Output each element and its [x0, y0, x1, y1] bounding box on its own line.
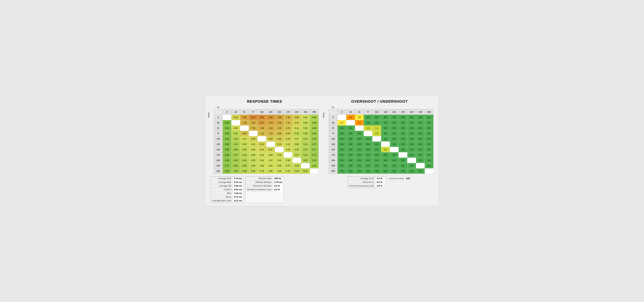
main-container: RESPONSE TIMES To From 02651771021281531…	[205, 96, 439, 206]
rt-axis-from: From	[208, 112, 210, 118]
response-times-section: RESPONSE TIMES To From 02651771021281531…	[210, 99, 319, 203]
refresh-window-value: 2.78 ms	[273, 180, 284, 184]
os-stats-box: Average Error0.2 % Worst Error8.3 % Erro…	[348, 176, 386, 188]
response-times-table-wrapper: To From 026517710212815317920423025506.3…	[210, 106, 319, 174]
worst-error-value: 8.3 %	[375, 180, 386, 184]
worst-label: Worst	[211, 195, 233, 199]
pct-in-window-label: Percent In Window	[246, 184, 273, 188]
refresh-rate-value: 360 Hz	[273, 177, 284, 180]
best-label: Best	[211, 192, 233, 195]
overdrive-box: Overdrive Mode Off	[388, 176, 411, 180]
zero-max-value: 8.61 ms	[232, 188, 244, 192]
overshoot-stats-row: Average Error0.2 % Worst Error8.3 % Erro…	[348, 176, 411, 188]
worst-value: 8.72 ms	[232, 195, 244, 199]
avg-dark-label: Average Dark Level	[211, 199, 233, 202]
avg-g2g-value: 5.74 ms	[232, 177, 244, 180]
rt-stats-table-2: Refresh Rate360 Hz Refresh Window2.78 ms…	[246, 176, 284, 192]
pct-in-window-value: 0.0 %	[273, 184, 284, 188]
overshoot-table: 026517710212815317920423025508.33.50.00.…	[329, 109, 434, 174]
pct-in-window-p1-label: Percent In Window +1ms	[246, 188, 273, 192]
avg-fall-label: Average Fall	[211, 184, 233, 188]
response-times-table: 026517710212815317920423025506.327.908.7…	[214, 109, 319, 174]
avg-error-label: Average Error	[348, 177, 376, 180]
rt-stats-box-2: Refresh Rate360 Hz Refresh Window2.78 ms…	[246, 176, 284, 203]
overshoot-stats: Average Error0.2 % Worst Error8.3 % Erro…	[348, 176, 411, 188]
rt-stats-box-1: Average G2G5.74 ms Average Rise6.21 ms A…	[210, 176, 244, 203]
avg-error-value: 0.2 %	[375, 177, 386, 180]
avg-fall-value: 5.26 ms	[232, 184, 244, 188]
avg-rise-value: 6.21 ms	[232, 180, 244, 184]
pct-in-window-p1-value: 8.2 %	[273, 188, 284, 192]
response-times-stats: Average G2G5.74 ms Average Rise6.21 ms A…	[210, 176, 319, 203]
os-axis-to: To	[332, 106, 334, 109]
avg-rise-label: Average Rise	[211, 180, 233, 184]
avg-dark-value: 6.31 ms	[232, 199, 244, 202]
error-above-value: 0.0 %	[375, 184, 386, 188]
best-value: 3.24 ms	[232, 192, 244, 195]
overdrive-value: Off	[406, 177, 410, 180]
overdrive-label: Overdrive Mode	[389, 177, 404, 180]
overshoot-section: OVERSHOOT / UNDERSHOOT To From 026517710…	[325, 99, 434, 188]
response-times-title: RESPONSE TIMES	[247, 99, 282, 104]
rt-stats-table-1: Average G2G5.74 ms Average Rise6.21 ms A…	[211, 176, 244, 202]
refresh-rate-label: Refresh Rate	[246, 177, 273, 180]
rt-axis-to: To	[217, 106, 219, 109]
os-stats-table: Average Error0.2 % Worst Error8.3 % Erro…	[348, 176, 386, 188]
avg-g2g-label: Average G2G	[211, 177, 233, 180]
os-axis-from: From	[322, 112, 325, 118]
refresh-window-label: Refresh Window	[246, 180, 273, 184]
overshoot-table-wrapper: To From 026517710212815317920423025508.3…	[325, 106, 434, 174]
worst-error-label: Worst Error	[348, 180, 376, 184]
error-above-label: Error Percent Above 15%	[348, 184, 376, 188]
overshoot-title: OVERSHOOT / UNDERSHOOT	[351, 99, 408, 104]
zero-max-label: 0-255-0	[211, 188, 233, 192]
